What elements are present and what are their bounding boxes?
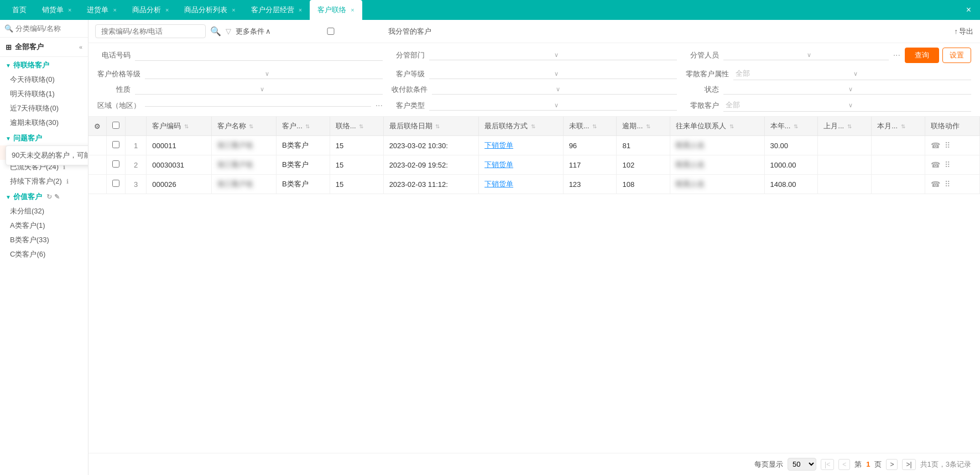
th-this-year[interactable]: 本年... ⇅	[764, 117, 818, 136]
total-info: 共1页，3条记录	[920, 460, 971, 469]
more-conditions-button[interactable]: 更多条件 ∧	[236, 27, 271, 36]
zero-customer-select[interactable]: 全部 ∨	[723, 99, 971, 112]
search-input[interactable]	[95, 24, 206, 38]
last-page-button[interactable]: >|	[902, 459, 915, 470]
search-button[interactable]: 🔍	[210, 26, 221, 36]
refresh-icon[interactable]: ↻	[46, 193, 52, 201]
th-uncontacted[interactable]: 未联... ⇅	[563, 117, 617, 136]
sidebar: 🔍 ⊞ 全部客户 « ▼ 待联络客户 今天待联络(0) 明天待联络(1) 近7天…	[0, 20, 88, 475]
cell-unit-contact: 联系人名	[670, 136, 764, 155]
cell-last-method[interactable]: 下销货单	[479, 136, 564, 155]
th-checkbox[interactable]	[107, 117, 126, 136]
cell-last-method[interactable]: 下销货单	[479, 175, 564, 194]
tab-purchase[interactable]: 进货单 ×	[79, 0, 124, 20]
sidebar-item-overdue-contact[interactable]: 逾期未联络(30)	[0, 116, 88, 130]
per-page-select[interactable]: 50 100 200	[788, 458, 816, 471]
sidebar-item-ungrouped[interactable]: 未分组(32)	[0, 204, 88, 218]
filter-row-phone: 电话号码	[97, 48, 383, 63]
action-more-icon[interactable]: ⠿	[945, 141, 950, 150]
close-customer-contact-icon[interactable]: ×	[351, 0, 354, 20]
cell-index: 1	[126, 136, 147, 155]
query-button[interactable]: 查询	[905, 48, 939, 63]
nature-select[interactable]: ∨	[135, 85, 383, 95]
th-overdue[interactable]: 逾期... ⇅	[617, 117, 670, 136]
customer-type-label: 客户类型	[392, 101, 425, 111]
prev-page-button[interactable]: <	[838, 459, 850, 470]
th-unit-contact[interactable]: 往来单位联系人 ⇅	[670, 117, 764, 136]
customer-type-select[interactable]: ∨	[429, 101, 677, 111]
area-select[interactable]	[145, 104, 371, 107]
action-phone-icon[interactable]: ☎	[931, 141, 940, 150]
row-checkbox[interactable]	[112, 141, 119, 148]
th-last-date[interactable]: 最后联络日期 ⇅	[383, 117, 478, 136]
th-contact[interactable]: 联络... ⇅	[330, 117, 383, 136]
phone-label: 电话号码	[97, 50, 131, 60]
th-code[interactable]: 客户编码 ⇅	[147, 117, 211, 136]
sidebar-item-today[interactable]: 今天待联络(0)	[0, 72, 88, 87]
my-customers-checkbox-label[interactable]: 我分管的客户	[275, 27, 431, 36]
th-last-month[interactable]: 上月... ⇅	[818, 117, 872, 136]
edit-icon[interactable]: ✎	[54, 193, 60, 201]
action-more-icon[interactable]: ⠿	[945, 180, 950, 189]
th-settings[interactable]: ⚙	[88, 117, 107, 136]
cell-last-month	[818, 175, 872, 194]
th-name[interactable]: 客户名称 ⇅	[211, 117, 276, 136]
payment-select[interactable]: ∨	[432, 85, 677, 95]
sidebar-item-tomorrow[interactable]: 明天待联络(1)	[0, 87, 88, 101]
cell-index: 2	[126, 155, 147, 175]
cell-checkbox[interactable]	[107, 136, 126, 155]
status-select[interactable]: ∨	[723, 85, 971, 95]
filter-row-zero-customer: 零散客户 全部 ∨	[686, 99, 971, 112]
sidebar-item-declining[interactable]: 持续下滑客户(2) ℹ	[0, 174, 88, 189]
price-level-select[interactable]: ∨	[145, 69, 383, 79]
sidebar-all-customers[interactable]: ⊞ 全部客户 «	[0, 38, 88, 57]
tab-product-list[interactable]: 商品分析列表 ×	[176, 0, 243, 20]
section-pending-contact[interactable]: ▼ 待联络客户	[0, 57, 88, 72]
close-purchase-icon[interactable]: ×	[113, 0, 116, 20]
close-sales-icon[interactable]: ×	[68, 0, 71, 20]
row-checkbox[interactable]	[112, 180, 119, 187]
section-problem-customers[interactable]: ▼ 问题客户	[0, 130, 88, 145]
action-more-icon[interactable]: ⠿	[945, 160, 950, 169]
global-close-button[interactable]: ×	[962, 5, 976, 15]
action-phone-icon[interactable]: ☎	[931, 180, 940, 189]
row-checkbox[interactable]	[112, 160, 119, 168]
cell-checkbox[interactable]	[107, 175, 126, 194]
sidebar-search-input[interactable]	[15, 24, 88, 33]
th-this-month[interactable]: 本月... ⇅	[872, 117, 925, 136]
person-select[interactable]: ∨	[723, 50, 889, 60]
settings-button[interactable]: 设置	[942, 48, 971, 63]
section-value-customers[interactable]: ▼ 价值客户 ↻ ✎	[0, 189, 88, 204]
cell-checkbox[interactable]	[107, 155, 126, 175]
next-page-button[interactable]: >	[886, 459, 898, 470]
tab-customer-contact[interactable]: 客户联络 ×	[310, 0, 362, 20]
close-customer-tier-icon[interactable]: ×	[299, 0, 302, 20]
tab-home[interactable]: 首页	[4, 0, 34, 20]
my-customers-checkbox[interactable]	[275, 28, 386, 35]
tab-sales[interactable]: 销货单 ×	[34, 0, 79, 20]
sidebar-item-7days[interactable]: 近7天待联络(0)	[0, 101, 88, 116]
customer-level-select[interactable]: ∨	[429, 69, 677, 79]
cell-last-method[interactable]: 下销货单	[479, 155, 564, 175]
phone-input[interactable]	[135, 50, 383, 61]
first-page-button[interactable]: |<	[821, 459, 834, 470]
sidebar-item-class-b[interactable]: B类客户(33)	[0, 233, 88, 247]
area-more-icon[interactable]: ···	[376, 101, 383, 111]
th-type[interactable]: 客户... ⇅	[276, 117, 330, 136]
nature-label: 性质	[97, 85, 131, 95]
select-all-checkbox[interactable]	[112, 122, 119, 129]
dept-select[interactable]: ∨	[429, 50, 677, 60]
sidebar-item-class-a[interactable]: A类客户(1)	[0, 218, 88, 233]
export-button[interactable]: ↑ 导出	[955, 27, 974, 36]
person-more-icon[interactable]: ···	[893, 50, 900, 60]
tab-product-analysis[interactable]: 商品分析 ×	[124, 0, 176, 20]
th-last-method[interactable]: 最后联络方式 ⇅	[479, 117, 564, 136]
chevron-down-icon-6: ∨	[260, 86, 380, 93]
action-phone-icon[interactable]: ☎	[931, 160, 940, 169]
sidebar-item-class-c[interactable]: C类客户(6)	[0, 247, 88, 262]
content-area: 🔍 ▽ 更多条件 ∧ 我分管的客户 ↑ 导出 电话号码	[88, 20, 980, 475]
tab-customer-tier[interactable]: 客户分层经营 ×	[243, 0, 310, 20]
close-product-analysis-icon[interactable]: ×	[165, 0, 169, 20]
close-product-list-icon[interactable]: ×	[232, 0, 235, 20]
zero-attr-select[interactable]: 全部 ∨	[733, 67, 971, 80]
